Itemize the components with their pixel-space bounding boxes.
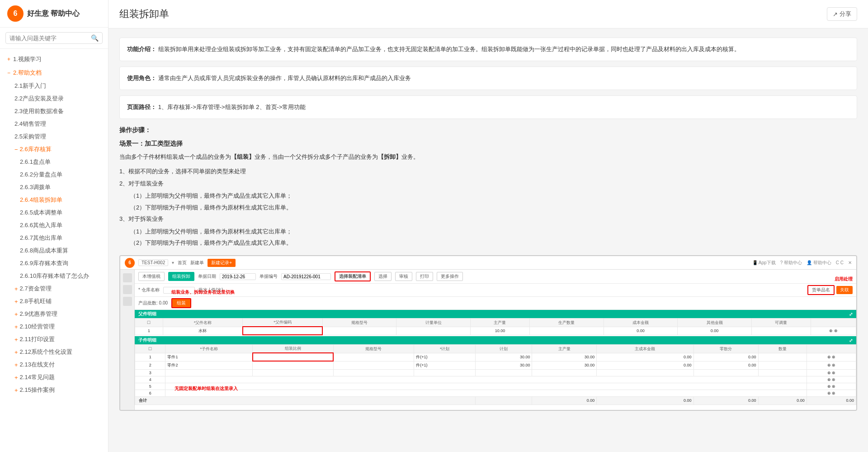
app-items-label: 产品批数: 0.00 bbox=[138, 300, 168, 306]
intro-block: 功能介绍： 组装拆卸单用来处理企业组装或拆卸等加工业务，支持有固定装配清单的产品… bbox=[119, 38, 857, 61]
sidebar-item-other-in[interactable]: 2.6.6其他入库单 bbox=[0, 219, 108, 232]
search-box[interactable]: 🔍 bbox=[5, 32, 103, 44]
share-button[interactable]: ↗ 分享 bbox=[827, 7, 857, 21]
intro-label: 功能介绍： bbox=[127, 46, 156, 52]
sidebar-item-cost-recalc[interactable]: 2.6.8商品成本重算 bbox=[0, 244, 108, 257]
app-lower-expand-icon[interactable]: ⤢ bbox=[849, 338, 853, 343]
lr6-check[interactable]: 6 bbox=[135, 390, 165, 396]
app-close-icon[interactable]: ✕ bbox=[848, 260, 852, 265]
lr3-name[interactable] bbox=[165, 369, 253, 376]
app-tab-invoice[interactable]: 本增值税 bbox=[138, 272, 165, 281]
lr2-ratio bbox=[253, 361, 334, 369]
lr1-check[interactable]: 1 bbox=[135, 353, 165, 361]
lr6-action[interactable]: ⊕ ⊗ bbox=[807, 390, 856, 396]
step-3: 3、对于拆装业务 bbox=[119, 214, 857, 224]
app-code-input[interactable] bbox=[281, 273, 331, 280]
lr3-cost bbox=[597, 369, 693, 376]
app-id: TEST-H002 bbox=[138, 259, 168, 266]
lr2-check[interactable]: 2 bbox=[135, 361, 165, 369]
lr2-scatter: 0.00 bbox=[693, 361, 758, 369]
app-new-record-btn[interactable]: 新建记录+ bbox=[208, 259, 236, 267]
sidebar-item-cost-adj[interactable]: 2.6.5成本调整单 bbox=[0, 206, 108, 219]
sidebar-item-inventory-error[interactable]: 2.6.10库存账本错了怎么办 bbox=[0, 270, 108, 282]
upper-cell-code[interactable] bbox=[243, 327, 322, 335]
app-audit-btn[interactable]: 审核 bbox=[395, 272, 412, 281]
sidebar-item-other-out[interactable]: 2.6.7其他出库单 bbox=[0, 232, 108, 244]
sidebar-item-customization[interactable]: + 2.12系统个性化设置 bbox=[0, 346, 108, 358]
nav-tree: + 1.视频学习 − 2.帮助文档 2.1新手入门 2.2产品安装及登录 2.3… bbox=[0, 49, 108, 452]
sidebar-item-cases[interactable]: + 2.15操作案例 bbox=[0, 384, 108, 396]
main-content: 组装拆卸单 ↗ 分享 功能介绍： 组装拆卸单用来处理企业组装或拆卸等加工业务，支… bbox=[108, 0, 868, 452]
sidebar-item-assembly[interactable]: 2.6.4组装拆卸单 bbox=[0, 194, 108, 206]
search-input[interactable] bbox=[9, 35, 91, 42]
lr3-plan bbox=[414, 369, 476, 376]
collapse-icon: − bbox=[7, 70, 10, 76]
lr4-check[interactable]: 4 bbox=[135, 376, 165, 383]
role-label: 使用角色： bbox=[127, 75, 156, 81]
app-nav-home[interactable]: 首页 bbox=[178, 260, 187, 266]
app-screenshot: 6 TEST-H002 ▾ 首页 新建单 新建记录+ 📱 App下载 ? 帮助中… bbox=[119, 255, 857, 411]
lower-th-spec: 规格型号 bbox=[333, 345, 414, 353]
app-nav-new[interactable]: 新建单 bbox=[190, 260, 204, 266]
lr5-check[interactable]: 5 bbox=[135, 383, 165, 390]
sidebar-item-finance[interactable]: + 2.7资金管理 bbox=[0, 282, 108, 295]
lr1-name[interactable]: 零件1 bbox=[165, 353, 253, 361]
app-download[interactable]: 📱 App下载 bbox=[752, 260, 776, 266]
lower-row-1: 1 零件1 件(+1) 30.00 30.00 0.00 0.00 bbox=[135, 353, 856, 361]
lr1-ratio[interactable] bbox=[253, 353, 334, 361]
app-help[interactable]: ? 帮助中心 bbox=[780, 260, 802, 266]
expand-icon-finance: + bbox=[14, 285, 18, 292]
sidebar-item-new-user[interactable]: 2.1新手入门 bbox=[0, 80, 108, 92]
sidebar-item-stocktake[interactable]: 2.6.1盘点单 bbox=[0, 156, 108, 168]
search-icon[interactable]: 🔍 bbox=[91, 34, 99, 42]
sidebar-item-online-pay[interactable]: + 2.13在线支付 bbox=[0, 358, 108, 371]
lr3-plan2 bbox=[476, 369, 532, 376]
lr5-empty bbox=[165, 383, 807, 390]
lr3-check[interactable]: 3 bbox=[135, 369, 165, 376]
lr2-action[interactable]: ⊕ ⊗ bbox=[807, 361, 856, 369]
lr2-name[interactable]: 零件2 bbox=[165, 361, 253, 369]
sidebar-item-data-prep[interactable]: 2.3使用前数据准备 bbox=[0, 105, 108, 118]
app-more-btn[interactable]: 更多操作 bbox=[437, 272, 463, 281]
sidebar-item-part-stocktake[interactable]: 2.6.2分量盘点单 bbox=[0, 168, 108, 181]
lr1-action[interactable]: ⊕ ⊗ bbox=[807, 353, 856, 361]
lr2-qty bbox=[758, 361, 807, 369]
upper-cell-action[interactable]: ⊕ ⊗ bbox=[811, 327, 856, 335]
sidebar-item-faq[interactable]: + 2.14常见问题 bbox=[0, 371, 108, 384]
sidebar-item-sales[interactable]: 2.4销售管理 bbox=[0, 118, 108, 130]
sidebar-item-inventory-query[interactable]: 2.6.9库存账本查询 bbox=[0, 257, 108, 270]
app-select-config-dropdown[interactable]: 货单品名 bbox=[807, 285, 835, 295]
sidebar-item-help-docs[interactable]: − 2.帮助文档 bbox=[0, 66, 108, 80]
app-print-btn[interactable]: 打印 bbox=[416, 272, 433, 281]
sidebar-item-inventory[interactable]: − 2.6库存核算 bbox=[0, 143, 108, 156]
sidebar-item-ops[interactable]: + 2.10经营管理 bbox=[0, 320, 108, 333]
app-upper-expand-icon[interactable]: ⤢ bbox=[849, 312, 853, 317]
app-select-btn[interactable]: 选择 bbox=[374, 272, 392, 281]
app-lower-section-header: 子件明细 ⤢ bbox=[135, 336, 856, 344]
app-date-input[interactable] bbox=[220, 273, 256, 280]
lower-th-mainqty: 主产量 bbox=[532, 345, 597, 353]
app-select-config-btn[interactable]: 选择装配清单 bbox=[335, 271, 371, 281]
app-user[interactable]: 👤 帮助中心 bbox=[807, 260, 831, 266]
app-assembly-toggle-btn[interactable]: 组装 bbox=[171, 298, 191, 308]
sidebar-item-video-learning[interactable]: + 1.视频学习 bbox=[0, 52, 108, 66]
sidebar-item-install[interactable]: 2.2产品安装及登录 bbox=[0, 92, 108, 105]
lr1-mainqty: 30.00 bbox=[532, 353, 597, 361]
app-tab-assembly[interactable]: 组装拆卸 bbox=[168, 272, 194, 281]
expand-icon-custom: + bbox=[14, 349, 18, 356]
lr4-action[interactable]: ⊕ ⊗ bbox=[807, 376, 856, 383]
app-confirm-btn[interactable]: 关联 bbox=[836, 286, 853, 294]
upper-cell-name[interactable]: 水杯 bbox=[163, 327, 242, 335]
sidebar-item-print[interactable]: + 2.11打印设置 bbox=[0, 333, 108, 346]
sidebar-item-mobile[interactable]: + 2.8手机旺铺 bbox=[0, 295, 108, 308]
footer-total-6: 0.00 bbox=[807, 396, 856, 404]
upper-cell-checkbox[interactable]: 1 bbox=[135, 327, 163, 335]
upper-th-avail: 可调量 bbox=[751, 319, 811, 327]
sidebar-item-coupon[interactable]: + 2.9优惠券管理 bbox=[0, 308, 108, 320]
sidebar-item-purchase[interactable]: 2.5采购管理 bbox=[0, 130, 108, 143]
lr5-action[interactable]: ⊕ ⊗ bbox=[807, 383, 856, 390]
steps-title: 操作步骤： bbox=[119, 126, 857, 134]
lr3-action[interactable]: ⊕ ⊗ bbox=[807, 369, 856, 376]
sidebar: 6 好生意 帮助中心 🔍 + 1.视频学习 − 2.帮助文档 2.1新手入门 2… bbox=[0, 0, 108, 452]
sidebar-item-transfer[interactable]: 2.6.3调拨单 bbox=[0, 181, 108, 194]
